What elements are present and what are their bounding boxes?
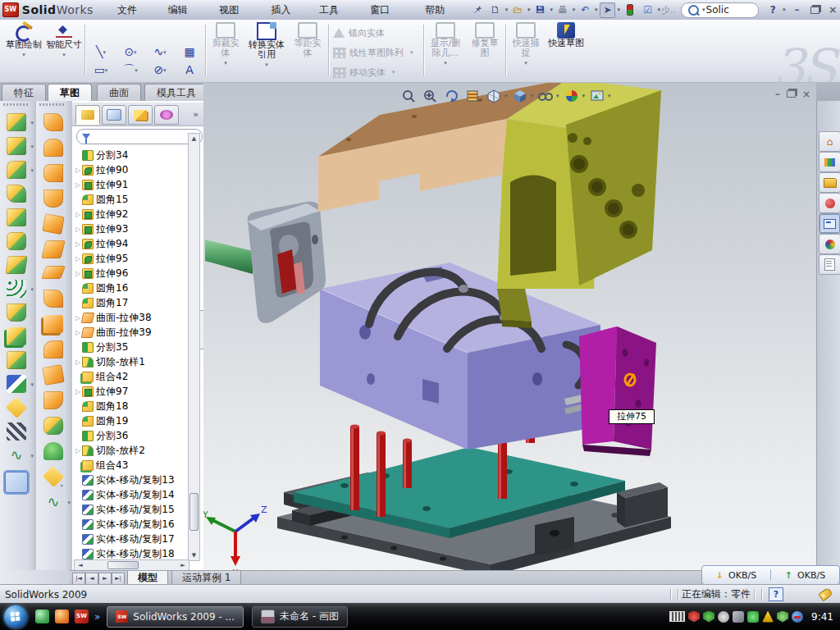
doc-minimize-button[interactable]: – — [775, 89, 780, 100]
custom-properties-icon[interactable] — [819, 254, 840, 275]
display-style-dropdown-icon[interactable]: ▾ — [531, 93, 534, 99]
tree-item[interactable]: 实体-移动/复制14 — [74, 487, 187, 502]
reference-plane-icon[interactable] — [6, 397, 27, 418]
scroll-left-icon[interactable]: ◄ — [76, 562, 84, 568]
appearances-icon[interactable] — [563, 87, 581, 105]
swept-surface-icon[interactable] — [43, 113, 63, 131]
scroll-down-icon[interactable]: ▼ — [189, 552, 199, 559]
view-palette-icon[interactable] — [819, 213, 840, 234]
hide-show-items-icon[interactable] — [536, 87, 555, 105]
expand-arrow-icon[interactable] — [74, 240, 82, 248]
planar-surface-icon[interactable] — [41, 266, 66, 279]
ellipse-icon[interactable]: ⊘▾ — [146, 62, 174, 79]
motion-study-tab[interactable]: 运动算例 1 — [171, 571, 241, 585]
tree-filter-input[interactable] — [76, 129, 203, 144]
filled-surface-icon[interactable] — [41, 240, 65, 258]
menu-view[interactable]: 视图(V) — [210, 0, 262, 20]
print-dropdown-icon[interactable]: ▾ — [573, 7, 576, 13]
dimxpertmanager-tab[interactable] — [154, 105, 179, 125]
doc-restore-button[interactable] — [787, 89, 796, 100]
quicklaunch-messenger-icon[interactable] — [35, 609, 49, 623]
new-document-icon[interactable]: 🗋︎ — [487, 2, 504, 18]
expand-arrow-icon[interactable] — [74, 255, 82, 262]
start-button[interactable] — [4, 605, 27, 628]
tree-item[interactable]: 拉伸94 — [74, 236, 187, 251]
fillet-icon[interactable]: ▾ — [7, 161, 26, 179]
tree-item[interactable]: 拉伸92 — [74, 207, 187, 221]
orientation-triad[interactable]: Y Z X — [203, 504, 267, 570]
tree-vertical-scrollbar[interactable]: ▲ ▼ — [188, 133, 200, 561]
appearances-scenes-icon[interactable] — [819, 234, 840, 254]
smart-dimension-dropdown-icon[interactable]: ▾ — [46, 50, 82, 60]
quicklaunch-expand-icon[interactable]: » — [94, 611, 100, 623]
options-list-icon[interactable]: ☑︎ — [640, 2, 656, 18]
replace-face-icon[interactable] — [43, 442, 63, 460]
model-part-insert-block[interactable] — [579, 326, 656, 456]
network-speed-widget[interactable]: ↓OKB/S ↑OKB/S — [701, 565, 840, 585]
tree-item[interactable]: 圆角15 — [74, 192, 187, 207]
tab-mold-tools[interactable]: 模具工具 — [144, 84, 208, 101]
tree-item[interactable]: 组合43 — [74, 458, 187, 472]
surface-cut-icon[interactable] — [42, 364, 64, 386]
mirror-icon[interactable] — [7, 304, 26, 322]
search-input[interactable]: Solic — [706, 4, 729, 16]
sync-blocked-icon[interactable] — [792, 611, 803, 623]
rectangle-icon[interactable]: ▭▾ — [87, 62, 115, 79]
expand-arrow-icon[interactable] — [74, 358, 82, 366]
vertical-scroll-thumb[interactable] — [189, 493, 199, 531]
tree-item[interactable]: 切除-放样1 — [74, 354, 187, 369]
minimize-button[interactable]: – — [790, 4, 805, 16]
tree-item[interactable]: 分割34 — [74, 148, 187, 162]
close-button[interactable]: × — [825, 4, 840, 16]
menu-window[interactable]: 窗口(W) — [361, 0, 416, 20]
appearances-dropdown-icon[interactable]: ▾ — [582, 93, 586, 99]
display-style-icon[interactable] — [511, 87, 529, 105]
repair-sketch-button[interactable]: 修复草图 — [468, 22, 502, 58]
tree-item[interactable]: 实体-移动/复制16 — [74, 517, 187, 532]
knit-surface-icon[interactable] — [43, 315, 63, 333]
expand-arrow-icon[interactable] — [74, 167, 82, 174]
prev-tab-icon[interactable]: ◄ — [85, 573, 98, 585]
lofted-surface-icon[interactable] — [43, 189, 63, 208]
move-entities-button[interactable]: 移动实体 ▾ — [333, 64, 395, 80]
rebuild-trafficlight-icon[interactable] — [622, 2, 638, 18]
menu-file[interactable]: 文件(F) — [108, 0, 159, 20]
tree-item[interactable]: 拉伸97 — [74, 384, 187, 399]
quicklaunch-app-icon[interactable] — [55, 609, 69, 623]
status-help-icon[interactable]: ? — [769, 587, 783, 601]
menu-edit[interactable]: 编辑(E) — [159, 0, 211, 20]
display-delete-relations-button[interactable]: 显示/删除几...▾ — [427, 22, 464, 68]
sketch-dropdown-icon[interactable]: ▾ — [5, 50, 43, 60]
search-box[interactable]: ▾ Solic — [681, 2, 759, 18]
power-shield-icon[interactable] — [703, 611, 714, 623]
options-dropdown-icon[interactable]: ▾ — [658, 7, 661, 13]
first-tab-icon[interactable]: |◄ — [72, 573, 85, 585]
next-tab-icon[interactable]: ► — [98, 573, 112, 585]
tree-item[interactable]: 曲面-拉伸39 — [74, 325, 187, 340]
tree-item[interactable]: 实体-移动/复制17 — [74, 532, 187, 546]
view-orientation-dropdown-icon[interactable]: ▾ — [504, 93, 508, 99]
pin-toolbar-icon[interactable]: 📌︎ — [469, 2, 486, 18]
linear-sketch-pattern-button[interactable]: 线性草图阵列 ▾ — [333, 44, 413, 61]
model-part-bracket[interactable] — [497, 83, 661, 328]
network-icon[interactable] — [747, 611, 759, 623]
featuremanager-tree-tab[interactable] — [75, 105, 100, 125]
tree-item[interactable]: 分割36 — [74, 428, 187, 443]
tree-item[interactable]: 分割35 — [74, 340, 187, 354]
save-dropdown-icon[interactable]: ▾ — [550, 7, 553, 13]
offset-surface-icon[interactable] — [43, 290, 63, 308]
select-cursor-icon[interactable]: ➤ — [600, 2, 616, 18]
configurationmanager-tab[interactable] — [128, 105, 153, 125]
print-icon[interactable]: 🖶︎ — [555, 2, 571, 18]
tree-item[interactable]: 圆角19 — [74, 413, 187, 428]
scene-icon[interactable] — [588, 87, 606, 105]
new-dropdown-icon[interactable]: ▾ — [505, 7, 509, 13]
reference-point-icon[interactable]: ▾ — [43, 466, 64, 487]
combine-icon[interactable] — [7, 327, 26, 345]
tab-surfaces[interactable]: 曲面 — [97, 84, 141, 101]
swept-boss-icon[interactable] — [7, 185, 26, 203]
extruded-surface-icon[interactable] — [43, 164, 63, 182]
clipped-toolbar-item[interactable]: 少.. — [661, 4, 676, 16]
line-icon[interactable]: ╲▾ — [87, 43, 115, 61]
undo-dropdown-icon[interactable]: ▾ — [595, 7, 598, 13]
